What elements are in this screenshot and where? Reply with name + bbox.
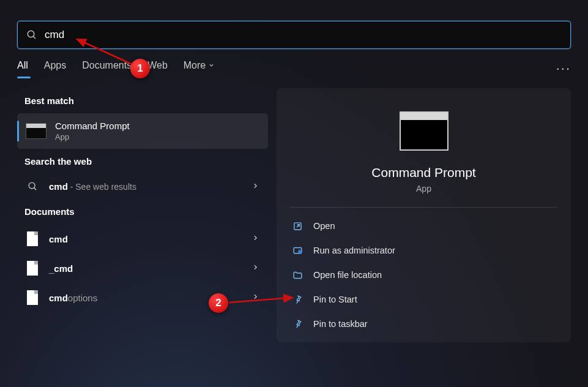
search-icon <box>28 181 38 192</box>
chevron-right-icon <box>251 263 259 271</box>
open-icon <box>292 221 303 231</box>
command-prompt-icon <box>400 111 448 151</box>
best-match-title: Command Prompt <box>55 121 130 131</box>
tab-web[interactable]: Web <box>147 60 168 77</box>
file-icon <box>27 290 38 305</box>
document-result[interactable]: cmdoptions <box>17 283 268 312</box>
annotation-marker-2: 2 <box>209 293 228 313</box>
preview-type: App <box>416 184 431 194</box>
web-result[interactable]: cmd - See web results <box>17 174 268 199</box>
open-action[interactable]: Open <box>284 214 564 238</box>
command-prompt-icon <box>26 123 47 139</box>
tab-documents[interactable]: Documents <box>82 60 132 77</box>
preview-title: Command Prompt <box>371 165 475 180</box>
folder-icon <box>292 270 303 280</box>
svg-point-0 <box>28 31 34 37</box>
file-icon <box>27 261 38 276</box>
search-box[interactable] <box>17 21 571 49</box>
preview-panel: Command Prompt App Open Run as administr… <box>277 88 571 342</box>
best-match-type: App <box>55 132 130 141</box>
search-web-heading: Search the web <box>24 156 268 167</box>
svg-line-1 <box>33 36 35 39</box>
run-as-admin-action[interactable]: Run as administrator <box>284 238 564 263</box>
chevron-right-icon <box>251 182 259 190</box>
tab-more[interactable]: More <box>184 60 215 77</box>
pin-icon <box>292 295 303 305</box>
pin-to-start-action[interactable]: Pin to Start <box>284 287 564 312</box>
overflow-button[interactable]: ··· <box>556 61 571 77</box>
chevron-down-icon <box>208 62 215 69</box>
svg-line-3 <box>34 188 36 190</box>
best-match-result[interactable]: Command Prompt App <box>17 113 268 149</box>
shield-icon <box>292 246 303 256</box>
annotation-marker-1: 1 <box>130 59 150 78</box>
tab-apps[interactable]: Apps <box>44 60 66 77</box>
svg-point-2 <box>29 182 35 189</box>
pin-icon <box>292 319 303 329</box>
documents-heading: Documents <box>24 206 268 217</box>
tab-all[interactable]: All <box>17 60 28 77</box>
chevron-right-icon <box>251 293 259 301</box>
svg-point-6 <box>298 250 302 254</box>
file-icon <box>27 231 38 246</box>
search-input[interactable] <box>45 29 562 41</box>
document-result[interactable]: _cmd <box>17 254 268 283</box>
search-icon <box>26 29 37 40</box>
filter-tabs: All Apps Documents Web More <box>17 60 215 77</box>
pin-to-taskbar-action[interactable]: Pin to taskbar <box>284 312 564 336</box>
chevron-right-icon <box>251 234 259 242</box>
best-match-heading: Best match <box>24 96 268 106</box>
open-file-location-action[interactable]: Open file location <box>284 263 564 287</box>
document-result[interactable]: cmd <box>17 224 268 254</box>
